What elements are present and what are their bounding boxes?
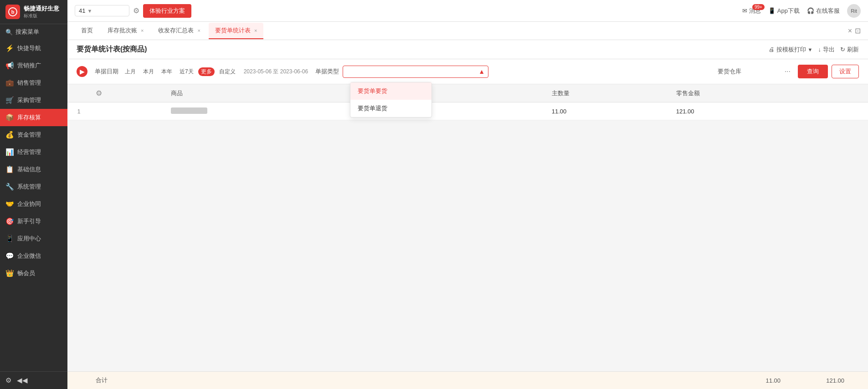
type-chevron-icon[interactable]: ▲ [478,68,485,75]
close-batch-account-tab[interactable]: × [141,28,144,33]
print-icon: 🖨 [769,46,775,53]
blurred-product-name [171,107,207,114]
sidebar-item-sales[interactable]: 💼 销售管理 [0,74,67,92]
col-settings: ⚙ [90,84,165,102]
topbar-gear-icon[interactable]: ⚙ [133,6,139,15]
chevron-down-icon: ▼ [87,8,92,14]
tab-receivable-summary[interactable]: 收发存汇总表 × [152,23,206,39]
phone-icon: 📱 [768,7,776,14]
sidebar-item-finance[interactable]: 💰 资金管理 [0,126,67,143]
finance-icon: 💰 [5,131,14,139]
collapse-icon[interactable]: ◀◀ [17,376,28,384]
print-chevron-icon: ▼ [808,47,813,52]
print-action[interactable]: 🖨 按模板打印 ▼ [769,46,813,54]
warehouse-label: 要货仓库 [718,67,741,76]
sidebar-item-wechat-biz[interactable]: 💬 企业微信 [0,247,67,265]
dropdown-item-return-order[interactable]: 要货单退货 [350,100,431,117]
app-download-action[interactable]: 📱 App下载 [768,7,800,15]
new-guide-icon: 🎯 [5,217,14,225]
message-action[interactable]: ✉ 消息 99+ [742,7,761,15]
settings-button[interactable]: 设置 [832,65,859,78]
warehouse-filter-group: 要货仓库 ··· [718,67,791,76]
dropdown-item-purchase-order[interactable]: 要货单要货 [350,82,431,100]
user-avatar[interactable]: Rit [847,4,861,18]
marketing-icon: 📢 [5,61,14,70]
operations-icon: 📊 [5,148,14,156]
base-info-icon: 📋 [5,165,14,174]
sidebar-item-inventory[interactable]: 📦 库存核算 [0,109,67,126]
type-filter-group: 单据类型 ▲ [315,66,710,78]
more-date-btn[interactable]: 更多 [198,67,215,76]
tab-home[interactable]: 首页 [75,23,99,39]
export-icon: ↓ [818,46,822,53]
headset-icon: 🎧 [807,7,814,14]
app-logo: b 畅捷通好生意 标准版 [0,0,67,24]
quick-nav-icon: ⚡ [5,44,14,52]
svg-text:b: b [11,9,15,15]
sidebar-item-quick-nav[interactable]: ⚡ 快捷导航 [0,40,67,57]
tab-bar: 首页 库存批次账 × 收发存汇总表 × 要货单统计表 × × ⊡ [67,22,868,40]
export-action[interactable]: ↓ 导出 [818,46,835,54]
col-amount: 零售金额 [671,84,821,102]
sidebar-item-new-guide[interactable]: 🎯 新手引导 [0,213,67,230]
last-7-days-btn[interactable]: 近7天 [177,67,196,77]
tab-batch-account[interactable]: 库存批次账 × [101,23,150,39]
col-extra [821,84,868,102]
close-receivable-summary-tab[interactable]: × [197,28,200,33]
date-range-display: 2023-05-06 至 2023-06-06 [244,68,308,76]
col-index [67,84,90,102]
filter-expand-button[interactable]: ▶ [77,66,87,77]
search-icon: 🔍 [5,29,13,36]
close-all-tabs-icon[interactable]: × [848,27,852,35]
sidebar-item-sys-mgmt[interactable]: 🔧 系统管理 [0,178,67,195]
custom-date-btn[interactable]: 自定义 [216,67,238,77]
sidebar-bottom: ⚙ ◀◀ [0,371,67,389]
restore-tabs-icon[interactable]: ⊡ [855,26,861,35]
sidebar-item-marketing[interactable]: 📢 营销推广 [0,57,67,74]
trial-button[interactable]: 体验行业方案 [143,4,191,18]
type-label: 单据类型 [315,67,339,76]
sidebar-item-app-center[interactable]: 📱 应用中心 [0,230,67,247]
company-selector[interactable]: 41 ▼ [75,5,129,16]
search-menu[interactable]: 🔍 搜索菜单 [0,24,67,40]
col-quantity: 主数量 [546,84,671,102]
page-content: 要货单统计表(按商品) 🖨 按模板打印 ▼ ↓ 导出 ↻ 刷新 ▶ [67,40,868,389]
sales-icon: 💼 [5,79,14,87]
settings-icon[interactable]: ⚙ [5,376,11,384]
last-month-btn[interactable]: 上月 [122,67,139,77]
sidebar-item-operations[interactable]: 📊 经营管理 [0,143,67,161]
row-product [165,102,371,120]
query-button[interactable]: 查询 [798,65,828,78]
member-icon: 👑 [5,269,14,277]
sidebar-item-cooperation[interactable]: 🤝 企业协同 [0,195,67,213]
table-settings-icon[interactable]: ⚙ [96,89,102,97]
refresh-icon: ↻ [840,46,845,53]
type-dropdown: 要货单要货 要货单退货 [350,82,432,118]
col-product: 商品 [165,84,371,102]
avatar-initials: Rit [851,8,857,14]
app-version: 标准版 [24,13,59,19]
page-title: 要货单统计表(按商品) [77,45,147,54]
table-container: ⚙ 商品 主计量单位 主数量 零售金额 1 [67,84,868,120]
footer-amount: 121.00 [790,377,844,384]
app-center-icon: 📱 [5,235,14,243]
date-label: 单据日期 [95,67,118,76]
online-service-action[interactable]: 🎧 在线客服 [807,7,840,15]
purchase-icon: 🛒 [5,96,14,104]
warehouse-more-icon[interactable]: ··· [785,67,791,76]
tab-order-summary[interactable]: 要货单统计表 × [209,23,263,39]
this-month-btn[interactable]: 本月 [140,67,157,77]
table-footer: 合计 11.00 121.00 [67,371,868,389]
sidebar-item-member[interactable]: 👑 畅会员 [0,265,67,282]
message-badge: 99+ [752,4,765,10]
this-year-btn[interactable]: 本年 [159,67,175,77]
close-order-summary-tab[interactable]: × [254,28,257,33]
wechat-icon: 💬 [5,252,14,260]
date-filter-group: 单据日期 上月 本月 本年 近7天 更多 自定义 2023-05-06 至 20… [95,67,308,77]
type-input[interactable] [343,66,488,78]
row-amount: 121.00 [671,102,821,120]
footer-label: 合计 [96,376,108,384]
sidebar-item-base-info[interactable]: 📋 基础信息 [0,161,67,178]
sidebar-item-purchase[interactable]: 🛒 采购管理 [0,92,67,109]
refresh-action[interactable]: ↻ 刷新 [840,46,859,54]
